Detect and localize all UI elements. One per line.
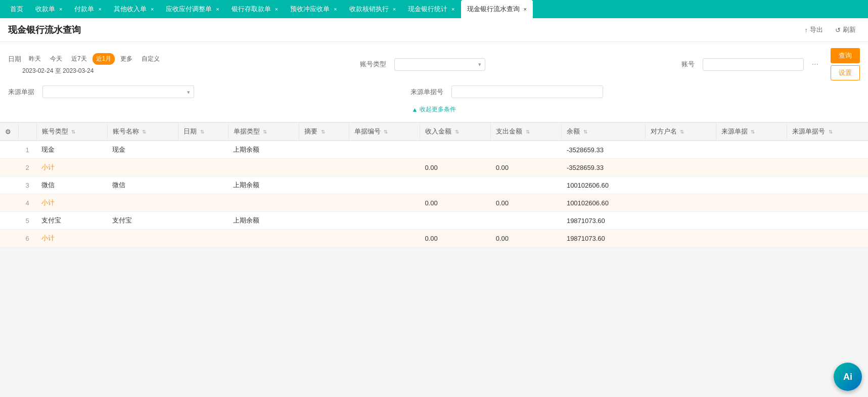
source-doc-wrapper: ▾ bbox=[42, 85, 194, 98]
cell-summary bbox=[299, 177, 349, 194]
col-date: 日期 ⇅ bbox=[178, 123, 229, 141]
header-actions: ↑ 导出 ↺ 刷新 bbox=[801, 23, 860, 36]
close-icon[interactable]: × bbox=[334, 0, 337, 18]
source-doc-no-input[interactable] bbox=[451, 85, 603, 98]
account-input[interactable] bbox=[703, 58, 804, 71]
cell-source-doc-no bbox=[787, 159, 868, 177]
date-shortcuts: 昨天 今天 近7天 近1月 更多 自定义 bbox=[25, 53, 163, 65]
close-icon[interactable]: × bbox=[151, 0, 154, 18]
page-title: 现金银行流水查询 bbox=[8, 24, 81, 36]
nav-item-cashflow[interactable]: 现金银行流水查询 × bbox=[461, 0, 533, 18]
nav-item-prepay[interactable]: 预收冲应收单 × bbox=[284, 0, 343, 18]
nav-item-bank[interactable]: 银行存取款单 × bbox=[225, 0, 284, 18]
date-btn-today[interactable]: 今天 bbox=[47, 53, 66, 65]
date-btn-more[interactable]: 更多 bbox=[117, 53, 136, 65]
cell-counterpart bbox=[645, 177, 716, 194]
top-navigation: 首页 收款单 × 付款单 × 其他收入单 × 应收应付调整单 × 银行存取款单 … bbox=[0, 0, 868, 18]
sort-icon[interactable]: ⇅ bbox=[321, 129, 325, 135]
cell-counterpart bbox=[645, 212, 716, 230]
nav-item-home[interactable]: 首页 bbox=[4, 0, 29, 18]
row-gear-cell bbox=[0, 141, 18, 159]
row-index: 1 bbox=[18, 141, 36, 159]
nav-item-verify[interactable]: 收款核销执行 × bbox=[343, 0, 402, 18]
export-button[interactable]: ↑ 导出 bbox=[801, 23, 828, 36]
nav-item-other-income[interactable]: 其他收入单 × bbox=[108, 0, 160, 18]
nav-item-receipt[interactable]: 收款单 × bbox=[29, 0, 68, 18]
date-label: 日期 bbox=[8, 55, 21, 64]
date-btn-7days[interactable]: 近7天 bbox=[68, 53, 90, 65]
cell-account-type: 现金 bbox=[36, 141, 107, 159]
nav-item-statistics[interactable]: 现金银行统计 × bbox=[402, 0, 461, 18]
col-source-doc: 来源单据 ⇅ bbox=[716, 123, 787, 141]
cell-source-doc bbox=[716, 212, 787, 230]
sort-icon[interactable]: ⇅ bbox=[71, 129, 75, 135]
gear-icon[interactable]: ⚙ bbox=[5, 128, 11, 136]
cell-account-type: 小计 bbox=[36, 159, 107, 177]
close-icon[interactable]: × bbox=[216, 0, 219, 18]
query-button[interactable]: 查询 bbox=[831, 48, 860, 63]
row-index: 6 bbox=[18, 230, 36, 247]
cell-income: 0.00 bbox=[420, 159, 490, 177]
sort-icon[interactable]: ⇅ bbox=[751, 129, 755, 135]
collapse-bar[interactable]: ▲ 收起更多条件 bbox=[8, 103, 860, 116]
close-icon[interactable]: × bbox=[59, 0, 62, 18]
close-icon[interactable]: × bbox=[393, 0, 396, 18]
sort-icon[interactable]: ⇅ bbox=[384, 129, 388, 135]
table-row: 2小计0.000.00-3528659.33 bbox=[0, 159, 868, 177]
col-expense: 支出金额 ⇅ bbox=[491, 123, 562, 141]
col-doc-type: 单据类型 ⇅ bbox=[228, 123, 299, 141]
filter-area: 日期 昨天 今天 近7天 近1月 更多 自定义 2023-02-24 至 202… bbox=[0, 42, 868, 122]
cell-date bbox=[178, 159, 229, 177]
cell-source-doc bbox=[716, 159, 787, 177]
sort-icon[interactable]: ⇅ bbox=[200, 129, 204, 135]
sort-icon[interactable]: ⇅ bbox=[829, 129, 833, 135]
cell-account-name bbox=[107, 230, 178, 247]
cell-account-name bbox=[107, 159, 178, 177]
cell-doc-no bbox=[349, 159, 420, 177]
cell-source-doc-no bbox=[787, 177, 868, 194]
cell-source-doc bbox=[716, 194, 787, 212]
cell-summary bbox=[299, 212, 349, 230]
account-type-select[interactable] bbox=[394, 58, 485, 71]
refresh-button[interactable]: ↺ 刷新 bbox=[831, 23, 860, 36]
close-icon[interactable]: × bbox=[524, 0, 527, 18]
row-index: 4 bbox=[18, 194, 36, 212]
cell-source-doc bbox=[716, 141, 787, 159]
cell-source-doc bbox=[716, 230, 787, 247]
settings-button[interactable]: 设置 bbox=[831, 65, 860, 80]
table-container: ⚙ 账号类型 ⇅ 账号名称 ⇅ 日期 ⇅ 单据类型 ⇅ bbox=[0, 122, 868, 247]
close-icon[interactable]: × bbox=[451, 0, 454, 18]
nav-item-adjustment[interactable]: 应收应付调整单 × bbox=[160, 0, 225, 18]
date-btn-custom[interactable]: 自定义 bbox=[138, 53, 163, 65]
col-idx bbox=[18, 123, 36, 141]
sort-icon[interactable]: ⇅ bbox=[680, 129, 684, 135]
cell-account-type: 支付宝 bbox=[36, 212, 107, 230]
source-doc-no-label: 来源单据号 bbox=[410, 87, 443, 97]
cell-doc-type: 上期余额 bbox=[228, 212, 299, 230]
date-btn-1month[interactable]: 近1月 bbox=[93, 53, 115, 65]
source-doc-select[interactable] bbox=[42, 85, 194, 98]
table-row: 1现金现金上期余额-3528659.33 bbox=[0, 141, 868, 159]
cell-account-name: 现金 bbox=[107, 141, 178, 159]
nav-item-payment[interactable]: 付款单 × bbox=[68, 0, 107, 18]
sort-icon[interactable]: ⇅ bbox=[142, 129, 146, 135]
close-icon[interactable]: × bbox=[98, 0, 101, 18]
cell-summary bbox=[299, 194, 349, 212]
row-gear-cell bbox=[0, 194, 18, 212]
date-btn-yesterday[interactable]: 昨天 bbox=[25, 53, 44, 65]
cell-account-name: 微信 bbox=[107, 177, 178, 194]
filter-row-2: 来源单据 ▾ 来源单据号 bbox=[8, 85, 860, 98]
cell-account-type: 微信 bbox=[36, 177, 107, 194]
row-gear-cell bbox=[0, 212, 18, 230]
sort-icon[interactable]: ⇅ bbox=[263, 129, 267, 135]
sort-icon[interactable]: ⇅ bbox=[526, 129, 530, 135]
dots-button[interactable]: ··· bbox=[812, 60, 818, 69]
cell-income bbox=[420, 141, 490, 159]
cell-date bbox=[178, 177, 229, 194]
sort-icon[interactable]: ⇅ bbox=[583, 129, 587, 135]
col-source-doc-no: 来源单据号 ⇅ bbox=[787, 123, 868, 141]
close-icon[interactable]: × bbox=[275, 0, 278, 18]
sort-icon[interactable]: ⇅ bbox=[455, 129, 459, 135]
cell-summary bbox=[299, 230, 349, 247]
page-header: 现金银行流水查询 ↑ 导出 ↺ 刷新 bbox=[0, 18, 868, 42]
